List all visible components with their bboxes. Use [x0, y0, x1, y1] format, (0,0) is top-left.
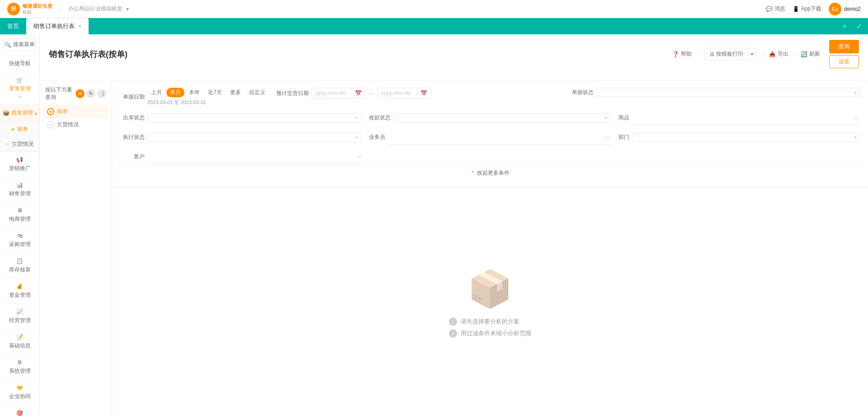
scheme-item-shortage[interactable]: ○ 欠货情况: [43, 118, 108, 131]
print-btn[interactable]: 🖨 按模板打印: [705, 48, 748, 60]
sidebar-item-purchase[interactable]: 🛍 采购管理: [0, 228, 39, 253]
expected-date-from-input[interactable]: yyyy-mm-dd 📅: [311, 88, 366, 99]
logo-icon: 好: [7, 3, 20, 15]
scheme-collapse-btn[interactable]: 《: [97, 89, 106, 98]
sidebar-item-sales[interactable]: 📊 销售管理: [0, 177, 39, 203]
date-tab-this-month[interactable]: 本月: [166, 88, 184, 97]
date-tab-7days[interactable]: 近7天: [204, 88, 226, 97]
tab-minimize-btn[interactable]: ×: [839, 21, 850, 32]
exec-status-arrow-icon: ▾: [355, 135, 358, 140]
salesperson-more-icon[interactable]: ···: [602, 132, 611, 142]
breadcrumb: 办公用品行业模拟账套: [68, 5, 123, 13]
tab-active[interactable]: 销售订单执行表 ×: [26, 18, 89, 34]
user-profile[interactable]: Ea demo2: [829, 3, 861, 15]
sidebar-search-area: 🔍 搜索菜单: [0, 34, 39, 55]
out-status-field: 出库状态 ▾: [119, 113, 362, 123]
sidebar-item-quick-nav[interactable]: 快捷导航: [0, 55, 39, 72]
refresh-btn[interactable]: 🔄 刷新: [801, 50, 820, 58]
date-range-dash: —: [368, 90, 374, 97]
main-layout: 🔍 搜索菜单 快捷导航 🛒 零售管理 ▾ 📦 批发管理 ▴ ● 按单 ○ 欠货情…: [0, 34, 868, 418]
wholesale-submenu: ● 按单 ○ 欠货情况: [0, 122, 39, 152]
filter-row-4: 客户 ···: [119, 149, 861, 164]
doc-status-arrow-icon: ▾: [854, 90, 857, 95]
search-btn[interactable]: 查询: [829, 40, 859, 53]
out-status-select[interactable]: ▾: [147, 113, 362, 123]
settings-btn[interactable]: 设置: [829, 55, 859, 68]
scheme-add-btn[interactable]: +: [75, 89, 85, 98]
export-btn[interactable]: 📤 导出: [769, 50, 788, 58]
scheme-header: 按以下方案查询 + ✎ 《: [43, 86, 108, 101]
tip-num-1: 1: [449, 318, 457, 326]
sidebar-item-inventory[interactable]: 📋 库存核算: [0, 253, 39, 279]
divider2: |: [762, 51, 763, 57]
shortage-icon: ○: [6, 142, 9, 147]
sidebar-item-ecommerce[interactable]: 🖥 电商管理: [0, 203, 39, 228]
tab-maximize-btn[interactable]: ⤢: [854, 21, 864, 32]
collapse-more-btn[interactable]: ⌃ 收起更多条件: [471, 169, 509, 177]
sidebar-item-guide[interactable]: 🎯 新手引导: [0, 405, 39, 418]
download-icon: 📱: [793, 6, 799, 12]
message-btn[interactable]: 💬 消息: [766, 5, 785, 13]
doc-status-field: 单据状态 ▾: [572, 88, 861, 97]
sidebar-item-operations[interactable]: 📈 经营管理: [0, 304, 39, 329]
sidebar-item-retail[interactable]: 🛒 零售管理 ▾: [0, 72, 39, 104]
dept-select[interactable]: ▾: [632, 133, 861, 142]
tip-num-2: 2: [449, 329, 457, 337]
scheme-edit-btn[interactable]: ✎: [86, 89, 95, 98]
tab-home[interactable]: 首页: [0, 18, 26, 34]
expected-date-field: 预计交货日期 yyyy-mm-dd 📅 — yyyy-mm-dd 📅: [276, 88, 565, 99]
sidebar-item-enterprise[interactable]: 🤝 企业协同: [0, 380, 39, 405]
guide-icon: 🎯: [16, 410, 23, 416]
date-tab-more[interactable]: 更多: [226, 88, 245, 97]
logo-area: 好 畅捷通好生意 标版: [7, 3, 52, 15]
sidebar-item-wholesale[interactable]: 📦 批发管理 ▴: [0, 104, 39, 122]
date-tab-last-month[interactable]: 上月: [147, 88, 165, 97]
customer-more-icon[interactable]: ···: [355, 151, 364, 162]
sidebar-item-finance[interactable]: 💰 资金管理: [0, 279, 39, 304]
calendar-icon: 📅: [355, 90, 362, 96]
refresh-icon: 🔄: [801, 51, 807, 57]
help-btn[interactable]: ❓ 帮助: [672, 50, 692, 58]
sidebar-item-shortage[interactable]: ○ 欠货情况: [0, 137, 39, 152]
divider3: |: [794, 51, 795, 57]
date-tab-this-year[interactable]: 本年: [185, 88, 203, 97]
sidebar-item-by-order[interactable]: ● 按单: [0, 122, 39, 137]
sidebar-item-marketing[interactable]: 📢 营销推广: [0, 152, 39, 177]
tab-bar-right: × ⤢: [839, 21, 868, 32]
content-area: 销售订单执行表(按单) ❓ 帮助 | 🖨 按模板打印 ▾ | 📤 导: [40, 34, 868, 418]
sidebar-item-basic-info[interactable]: 📝 基础信息: [0, 329, 39, 355]
avatar: Ea: [829, 3, 841, 15]
breadcrumb-arrow-icon[interactable]: ▾: [126, 6, 129, 12]
empty-icon: 📦: [467, 268, 513, 310]
product-input[interactable]: ···: [632, 110, 861, 125]
out-status-label: 出库状态: [119, 114, 145, 122]
print-icon: 🖨: [709, 51, 715, 57]
scheme-circle-inactive: ○: [47, 121, 54, 128]
tab-bar: 首页 销售订单执行表 × × ⤢: [0, 18, 868, 34]
filter-row-1: 单据日期 上月 本月 本年 近7天 更多 自定义 20: [119, 88, 861, 106]
export-icon: 📤: [769, 51, 776, 57]
date-tab-custom[interactable]: 自定义: [245, 88, 269, 97]
header-left: 好 畅捷通好生意 标版 | 办公用品行业模拟账套 ▾: [7, 3, 129, 15]
wholesale-icon: 📦: [3, 110, 9, 116]
expected-date-label: 预计交货日期: [276, 90, 309, 97]
customer-input[interactable]: ···: [147, 149, 364, 164]
expected-date-to-input[interactable]: yyyy-mm-dd 📅: [377, 88, 431, 99]
print-dropdown-btn[interactable]: ▾: [748, 50, 756, 58]
scheme-item-by-order[interactable]: ● 按单: [43, 105, 108, 118]
app-download-btn[interactable]: 📱 App下载: [793, 5, 821, 13]
collection-status-select[interactable]: ▾: [393, 113, 611, 123]
doc-status-label: 单据状态: [572, 89, 594, 96]
product-more-icon[interactable]: ···: [852, 112, 861, 123]
exec-status-field: 执行状态 ▾: [119, 133, 362, 142]
salesperson-input[interactable]: ···: [388, 130, 611, 145]
search-menu-btn[interactable]: 🔍 搜索菜单: [4, 38, 36, 51]
collapse-bar: ⌃ 收起更多条件: [119, 166, 861, 180]
filter-row-3: 执行状态 ▾ 业务员 ···: [119, 130, 861, 145]
content-main: 按以下方案查询 + ✎ 《 ● 按单 ○ 欠货情况: [40, 81, 868, 418]
doc-status-select[interactable]: ▾: [596, 88, 861, 97]
sidebar-item-system[interactable]: ⚙ 系统管理: [0, 355, 39, 380]
out-status-arrow-icon: ▾: [355, 115, 358, 120]
tab-close-btn[interactable]: ×: [78, 23, 81, 29]
exec-status-select[interactable]: ▾: [147, 133, 362, 142]
